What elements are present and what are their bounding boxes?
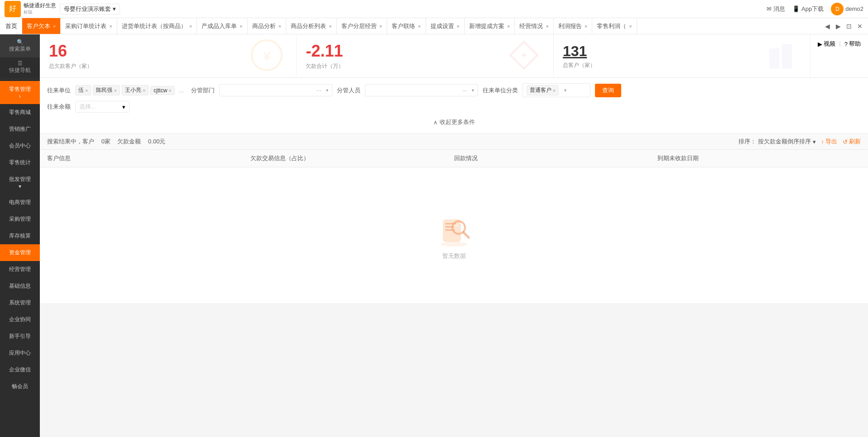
sidebar-item-retail-mall-label: 零售商城 bbox=[2, 109, 38, 116]
tab-production[interactable]: 产成品入库单 × bbox=[197, 18, 247, 34]
sidebar-item-marketing[interactable]: 营销推广 bbox=[0, 121, 40, 138]
message-btn[interactable]: ✉ 消息 bbox=[767, 5, 785, 13]
query-button[interactable]: 查询 bbox=[595, 84, 621, 97]
sidebar-item-finance[interactable]: 资金管理 bbox=[0, 244, 40, 261]
person-select[interactable]: ··· ▾ bbox=[365, 84, 478, 96]
person-dots[interactable]: ··· bbox=[460, 86, 470, 95]
close-icon[interactable]: × bbox=[379, 24, 382, 29]
sidebar-item-inventory[interactable]: 库存核算 bbox=[0, 228, 40, 244]
unit-tag-cj: cjttcw × bbox=[150, 86, 174, 95]
tab-purchase-stat-label: 进货单统计表（按商品） bbox=[122, 22, 187, 30]
stat-number-total: 131 bbox=[563, 43, 595, 60]
result-actions: 排序： 按欠款金额倒序排序 ▾ ↑ 导出 ↺ 刷新 bbox=[739, 138, 861, 146]
sidebar-item-retail[interactable]: 零售管理 › bbox=[0, 81, 40, 104]
remain-select[interactable]: 选择... ▾ bbox=[75, 101, 129, 113]
unit-tag-chen-remove[interactable]: × bbox=[114, 88, 116, 93]
collapse-button[interactable]: ∧ 收起更多条件 bbox=[47, 116, 861, 128]
top-bar-left: 好 畅捷通好生意 标版 母婴行业演示账套 ▾ bbox=[5, 1, 120, 17]
sidebar-divider bbox=[0, 79, 40, 79]
tab-add-commission[interactable]: 新增提成方案 × bbox=[465, 18, 515, 34]
tab-next-btn[interactable]: ▶ bbox=[833, 21, 844, 32]
help-btn[interactable]: ? 帮助 bbox=[844, 40, 861, 48]
tab-goods-list[interactable]: 商品分析列表 × bbox=[286, 18, 336, 34]
refresh-label: 刷新 bbox=[849, 138, 861, 146]
app-label: App下载 bbox=[801, 5, 824, 13]
tab-home[interactable]: 首页 bbox=[1, 18, 22, 34]
export-btn[interactable]: ↑ 导出 bbox=[821, 138, 838, 146]
company-select[interactable]: 母婴行业演示账套 ▾ bbox=[60, 4, 120, 14]
dept-dots[interactable]: ··· bbox=[314, 86, 324, 95]
close-icon[interactable]: × bbox=[629, 24, 632, 29]
sidebar-item-app-center[interactable]: 应用中心 bbox=[0, 345, 40, 361]
tab-customer-layer[interactable]: 客户分层经营 × bbox=[337, 18, 387, 34]
unit-tag-wu-remove[interactable]: × bbox=[85, 88, 88, 93]
sidebar-item-ecommerce[interactable]: 电商管理 bbox=[0, 194, 40, 211]
category-select[interactable]: 普通客户 × ▾ bbox=[523, 83, 590, 97]
stat-label-debt: 欠款合计（万） bbox=[306, 62, 344, 70]
tab-expand-btn[interactable]: ⊡ bbox=[844, 21, 854, 32]
tab-retail-profit[interactable]: 零售利润（ × bbox=[592, 18, 637, 34]
close-icon[interactable]: × bbox=[546, 24, 548, 29]
tab-purchase-stat[interactable]: 进货单统计表（按商品） × bbox=[117, 18, 197, 34]
tab-controls: ◀ ▶ ⊡ ✕ bbox=[820, 21, 867, 32]
refresh-btn[interactable]: ↺ 刷新 bbox=[843, 138, 861, 146]
close-icon[interactable]: × bbox=[278, 24, 281, 29]
unit-tag-cj-remove[interactable]: × bbox=[168, 88, 171, 93]
sidebar-item-basic-info[interactable]: 基础信息 bbox=[0, 278, 40, 294]
tab-goods-analysis[interactable]: 商品分析 × bbox=[248, 18, 286, 34]
sidebar-search-label: 搜索菜单 bbox=[4, 45, 36, 53]
result-bar: 搜索结果中，客户 0家 欠款金额 0.00元 排序： 按欠款金额倒序排序 ▾ ↑… bbox=[40, 134, 868, 150]
tab-close-all-btn[interactable]: ✕ bbox=[854, 21, 865, 32]
sidebar-item-weixin[interactable]: 企业微信 bbox=[0, 361, 40, 378]
close-icon[interactable]: × bbox=[507, 24, 510, 29]
sidebar-item-system[interactable]: 系统管理 bbox=[0, 294, 40, 311]
tab-goods-analysis-label: 商品分析 bbox=[252, 22, 276, 30]
unit-tag-more[interactable]: ... bbox=[177, 86, 187, 95]
user-area[interactable]: D demo2 bbox=[831, 3, 863, 15]
app-download-btn[interactable]: 📱 App下载 bbox=[792, 5, 824, 13]
sidebar-item-member-plus[interactable]: 畅会员 bbox=[0, 378, 40, 395]
export-label: 导出 bbox=[825, 138, 837, 146]
video-btn[interactable]: ▶ 视频 bbox=[818, 40, 835, 48]
sort-value: 按欠款金额倒序排序 bbox=[758, 138, 811, 146]
sidebar-item-guide-label: 新手引导 bbox=[2, 332, 38, 340]
close-icon[interactable]: × bbox=[240, 24, 242, 29]
tab-commission[interactable]: 提成设置 × bbox=[426, 18, 465, 34]
tab-operation[interactable]: 经营情况 × bbox=[515, 18, 553, 34]
sidebar-search[interactable]: 🔍 搜索菜单 bbox=[0, 34, 40, 57]
collapse-icon: ∧ bbox=[433, 119, 438, 126]
sidebar-item-retail-mall[interactable]: 零售商城 bbox=[0, 104, 40, 121]
unit-tag-wang-remove[interactable]: × bbox=[143, 88, 145, 93]
sidebar-item-wholesale[interactable]: 批发管理 ▾ bbox=[0, 171, 40, 194]
category-tag-remove[interactable]: × bbox=[553, 88, 556, 93]
sidebar-item-enterprise[interactable]: 企业协同 bbox=[0, 311, 40, 328]
tab-prev-btn[interactable]: ◀ bbox=[822, 21, 833, 32]
tab-profit[interactable]: 利润报告 × bbox=[554, 18, 592, 34]
sidebar: 🔍 搜索菜单 ☰ 快捷导航 零售管理 › 零售商城 营销推广 会员中心 零售统计… bbox=[0, 34, 40, 437]
main-layout: 🔍 搜索菜单 ☰ 快捷导航 零售管理 › 零售商城 营销推广 会员中心 零售统计… bbox=[0, 34, 868, 437]
unit-tag-cj-text: cjttcw bbox=[153, 87, 167, 94]
building-bg-icon bbox=[765, 39, 796, 72]
close-icon[interactable]: × bbox=[457, 24, 460, 29]
tab-retail-profit-label: 零售利润（ bbox=[597, 22, 626, 30]
dept-select[interactable]: ··· ▾ bbox=[219, 84, 332, 96]
close-icon[interactable]: × bbox=[189, 24, 192, 29]
sort-label: 排序： bbox=[739, 138, 756, 146]
tab-purchase[interactable]: 采购订单统计表 × bbox=[61, 18, 117, 34]
sidebar-item-member[interactable]: 会员中心 bbox=[0, 138, 40, 154]
sidebar-item-member-label: 会员中心 bbox=[2, 142, 38, 150]
close-icon[interactable]: × bbox=[585, 24, 587, 29]
sidebar-item-guide[interactable]: 新手引导 bbox=[0, 328, 40, 345]
close-icon[interactable]: × bbox=[53, 24, 56, 29]
close-icon[interactable]: × bbox=[109, 24, 112, 29]
close-icon[interactable]: × bbox=[418, 24, 421, 29]
sidebar-quick-nav[interactable]: ☰ 快捷导航 bbox=[0, 57, 40, 77]
sort-select[interactable]: 排序： 按欠款金额倒序排序 ▾ bbox=[739, 138, 816, 146]
sidebar-item-purchase[interactable]: 采购管理 bbox=[0, 211, 40, 228]
sidebar-item-retail-stat[interactable]: 零售统计 bbox=[0, 154, 40, 171]
tab-customer-contact[interactable]: 客户联络 × bbox=[387, 18, 426, 34]
col-header-customer: 客户信息 bbox=[47, 154, 250, 162]
sidebar-item-operation[interactable]: 经营管理 bbox=[0, 261, 40, 278]
close-icon[interactable]: × bbox=[329, 24, 331, 29]
tab-arrearage[interactable]: 客户欠本 × bbox=[22, 18, 61, 34]
